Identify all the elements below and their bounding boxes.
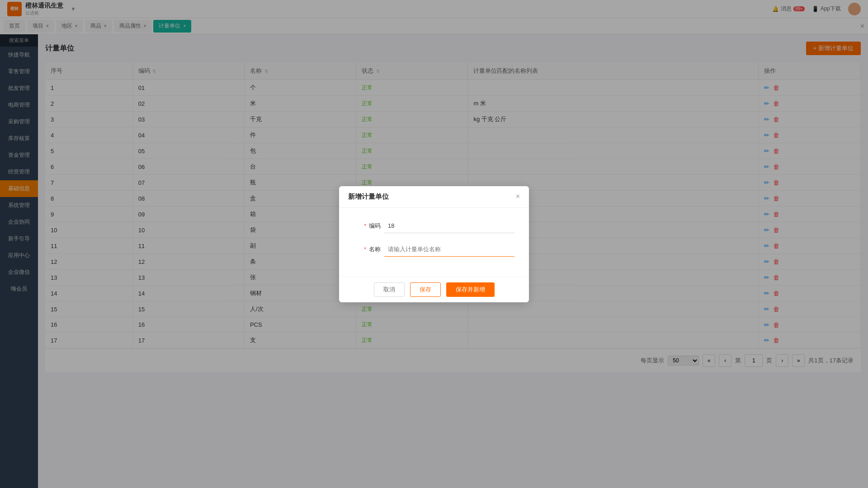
name-input[interactable] <box>384 242 514 257</box>
code-label: * 编码 <box>354 222 381 230</box>
required-star-name: * <box>364 246 366 253</box>
cancel-button[interactable]: 取消 <box>374 282 405 297</box>
modal-header: 新增计量单位 × <box>339 186 529 208</box>
save-button[interactable]: 保存 <box>410 282 441 297</box>
add-unit-modal: 新增计量单位 × * 编码 * 名称 取消 保存 保存并新增 <box>339 186 529 302</box>
code-input[interactable] <box>384 219 514 233</box>
modal-overlay: 新增计量单位 × * 编码 * 名称 取消 保存 保存并新增 <box>0 0 868 488</box>
form-row-code: * 编码 <box>354 219 514 233</box>
required-star-code: * <box>364 222 366 229</box>
modal-footer: 取消 保存 保存并新增 <box>339 277 529 302</box>
save-and-new-button[interactable]: 保存并新增 <box>446 282 495 297</box>
name-label: * 名称 <box>354 245 381 253</box>
modal-title: 新增计量单位 <box>348 192 389 201</box>
form-row-name: * 名称 <box>354 242 514 257</box>
modal-body: * 编码 * 名称 <box>339 208 529 277</box>
modal-close-btn[interactable]: × <box>516 192 520 201</box>
